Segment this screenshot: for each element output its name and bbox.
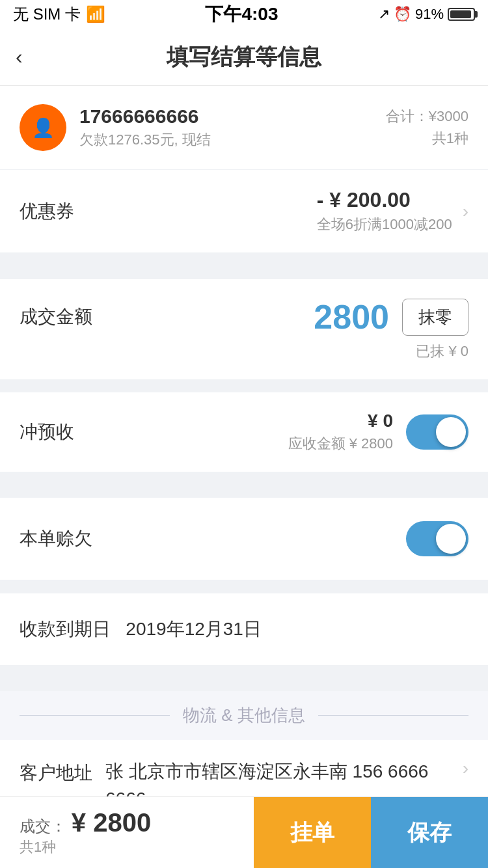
round-off-button[interactable]: 抹零 <box>402 299 468 336</box>
coupon-right: - ¥ 200.00 全场6折满1000减200 › <box>317 188 468 234</box>
logistics-divider: 物流 & 其他信息 <box>0 691 488 740</box>
wifi-icon: 📶 <box>86 5 105 23</box>
bottom-row: 成交： ¥ 2800 <box>20 808 234 837</box>
bad-debt-row: 本单赊欠 <box>0 498 488 580</box>
save-button[interactable]: 保存 <box>371 797 488 869</box>
bottom-bar: 成交： ¥ 2800 共1种 挂单 保存 <box>0 796 488 868</box>
avatar-icon: 👤 <box>32 117 55 139</box>
separator-3 <box>0 678 488 691</box>
user-left: 👤 17666666666 欠款1276.35元, 现结 <box>20 104 211 151</box>
bottom-summary-amount: ¥ 2800 <box>72 808 151 837</box>
prereceive-amount-block: ¥ 0 应收金额 ¥ 2800 <box>288 411 393 454</box>
no-sim-text: 无 SIM 卡 <box>13 4 81 25</box>
address-key: 客户地址 <box>20 761 92 785</box>
location-icon: ↗ <box>378 6 390 23</box>
prereceive-row: 冲预收 ¥ 0 应收金额 ¥ 2800 <box>0 392 488 472</box>
separator-1 <box>0 266 488 279</box>
coupon-label: 优惠券 <box>20 199 74 224</box>
user-details: 17666666666 欠款1276.35元, 现结 <box>79 105 211 150</box>
total-count: 共1种 <box>386 129 468 148</box>
address-chevron-icon: › <box>463 758 468 779</box>
avatar: 👤 <box>20 104 66 151</box>
amount-sub-text: 已抹 ¥ 0 <box>20 342 468 361</box>
bottom-summary-count: 共1种 <box>20 837 234 857</box>
prereceive-sub-text: 应收金额 ¥ 2800 <box>288 434 393 454</box>
alarm-icon: ⏰ <box>394 6 411 23</box>
due-date-row: 收款到期日 2019年12月31日 <box>0 593 488 665</box>
coupon-desc: 全场6折满1000减200 <box>317 215 452 234</box>
page-content: 👤 17666666666 欠款1276.35元, 现结 合计：¥3000 共1… <box>0 86 488 868</box>
logistics-label: 物流 & 其他信息 <box>183 704 305 727</box>
status-right: ↗ ⏰ 91% <box>378 6 475 23</box>
coupon-row[interactable]: 优惠券 - ¥ 200.00 全场6折满1000减200 › <box>0 170 488 253</box>
user-info-row: 👤 17666666666 欠款1276.35元, 现结 合计：¥3000 共1… <box>0 86 488 170</box>
user-phone: 17666666666 <box>79 105 211 128</box>
separator-2 <box>0 485 488 498</box>
amount-value: 2800 <box>314 297 389 336</box>
user-info-card: 👤 17666666666 欠款1276.35元, 现结 合计：¥3000 共1… <box>0 86 488 253</box>
due-date-value: 2019年12月31日 <box>126 619 262 639</box>
status-time: 下午4:03 <box>205 2 278 27</box>
amount-right: 2800 抹零 <box>314 297 468 336</box>
battery-text: 91% <box>415 6 444 23</box>
battery-icon <box>448 8 475 21</box>
bad-debt-toggle[interactable] <box>406 521 468 556</box>
prereceive-toggle[interactable] <box>406 414 468 450</box>
bottom-summary-label: 成交： <box>20 817 66 835</box>
coupon-discount: - ¥ 200.00 <box>317 188 452 212</box>
coupon-info: - ¥ 200.00 全场6折满1000减200 <box>317 188 452 234</box>
chevron-right-icon: › <box>463 201 468 222</box>
amount-row: 成交金额 2800 抹零 <box>20 297 468 336</box>
hold-button[interactable]: 挂单 <box>254 797 371 869</box>
due-date-label: 收款到期日 <box>20 619 121 639</box>
divider-line-left <box>20 715 170 716</box>
prereceive-label: 冲预收 <box>20 420 74 444</box>
user-sub-text: 欠款1276.35元, 现结 <box>79 130 211 150</box>
amount-label: 成交金额 <box>20 305 92 329</box>
page-header: ‹ 填写结算等信息 <box>0 29 488 86</box>
divider-line-right <box>318 715 468 716</box>
total-label: 合计：¥3000 <box>386 107 468 126</box>
amount-section: 成交金额 2800 抹零 已抹 ¥ 0 <box>0 279 488 379</box>
status-bar: 无 SIM 卡 📶 下午4:03 ↗ ⏰ 91% <box>0 0 488 29</box>
prereceive-right: ¥ 0 应收金额 ¥ 2800 <box>288 411 468 454</box>
bottom-summary: 成交： ¥ 2800 共1种 <box>0 808 254 857</box>
back-button[interactable]: ‹ <box>16 45 23 69</box>
page-title: 填写结算等信息 <box>167 42 321 72</box>
prereceive-value: ¥ 0 <box>288 411 393 431</box>
bad-debt-label: 本单赊欠 <box>20 526 92 551</box>
user-right: 合计：¥3000 共1种 <box>386 107 468 148</box>
status-left: 无 SIM 卡 📶 <box>13 4 105 25</box>
